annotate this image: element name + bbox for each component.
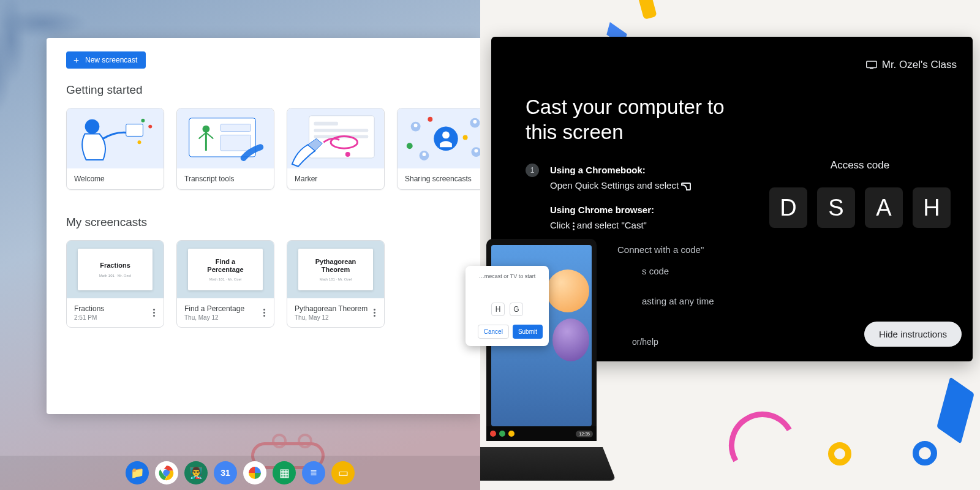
card-label: Sharing screencasts	[398, 168, 480, 189]
submit-button[interactable]: Submit	[513, 325, 543, 339]
dialog-hint-text: …mecast or TV to start	[472, 273, 543, 281]
thumb-slide-sub: Math 101 · Mr. Ozel	[99, 274, 131, 277]
code-char: D	[769, 187, 807, 228]
code-char: H	[913, 187, 951, 228]
screencast-item[interactable]: Find a Percentage Math 101 · Mr. Ozel Fi…	[176, 240, 274, 328]
step-truncated-text: asting at any time	[642, 296, 938, 306]
card-marker[interactable]: Marker	[287, 108, 385, 190]
photos-icon[interactable]	[243, 461, 266, 484]
wallpaper-shape	[272, 434, 287, 448]
svg-point-20	[473, 120, 477, 124]
shelf-app-icon[interactable]	[490, 431, 496, 437]
confetti-shape	[717, 399, 809, 490]
shelf-app-icon[interactable]	[508, 431, 514, 437]
card-label: Transcript tools	[177, 168, 274, 189]
screencast-date: 2:51 PM	[74, 314, 104, 321]
hide-instructions-button[interactable]: Hide instructions	[864, 322, 962, 347]
screencast-title: Pythagorean Theorem	[295, 304, 368, 313]
thumb-slide-sub: Math 101 · Mr. Ozel	[209, 277, 241, 281]
svg-rect-10	[314, 122, 337, 126]
balloon-decoration	[552, 318, 589, 361]
card-welcome[interactable]: Welcome	[66, 108, 164, 190]
slides-icon[interactable]: ▭	[331, 461, 355, 484]
svg-point-27	[463, 135, 468, 140]
screencast-date: Thu, May 12	[184, 314, 244, 321]
balloon-decoration	[546, 270, 589, 312]
new-screencast-button[interactable]: New screencast	[66, 51, 146, 69]
card-transcript-tools[interactable]: Transcript tools	[176, 108, 274, 190]
card-sharing[interactable]: Sharing screencasts	[397, 108, 480, 190]
illustration-marker	[287, 108, 384, 168]
more-menu-button[interactable]	[258, 307, 270, 319]
dialog-code-char[interactable]: H	[491, 303, 505, 316]
new-screencast-label: New screencast	[85, 56, 137, 64]
screencast-app-window: New screencast Getting started	[47, 38, 480, 414]
svg-rect-1	[126, 124, 143, 137]
screencast-item[interactable]: Fractions Math 101 · Mr. Ozel Fractions …	[66, 240, 164, 328]
cast-title: Cast your computer to this screen	[526, 94, 746, 145]
sheets-icon[interactable]: ▦	[273, 461, 296, 484]
laptop-keyboard	[480, 447, 616, 481]
screencast-title: Find a Percentage	[184, 304, 244, 313]
cast-icon	[681, 183, 691, 190]
svg-point-4	[138, 140, 141, 144]
display-icon	[866, 61, 877, 69]
screencast-thumb: Pythagorean Theorem Math 101 · Mr. Ozel	[287, 241, 384, 298]
screencast-item[interactable]: Pythagorean Theorem Math 101 · Mr. Ozel …	[287, 240, 385, 328]
svg-point-18	[414, 124, 418, 127]
laptop-shelf: 12:35	[486, 426, 597, 441]
calendar-icon[interactable]: 31	[214, 461, 237, 484]
svg-point-25	[407, 143, 413, 149]
step1-chromebook-heading: Using a Chromebook:	[550, 162, 691, 178]
screencast-list: Fractions Math 101 · Mr. Ozel Fractions …	[66, 240, 480, 328]
screencast-title: Fractions	[74, 304, 104, 313]
screencast-thumb: Fractions Math 101 · Mr. Ozel	[67, 241, 164, 298]
step1-chrome-heading: Using Chrome browser:	[550, 202, 691, 218]
thumb-slide-title: Pythagorean Theorem	[315, 258, 356, 274]
more-menu-button[interactable]	[148, 307, 160, 319]
classroom-icon[interactable]: 👨‍🏫	[184, 461, 208, 484]
access-code-label: Access code	[769, 159, 951, 172]
svg-point-3	[148, 125, 152, 129]
tv-device-name: Mr. Ozel's Class	[882, 59, 957, 71]
getting-started-row: Welcome Transcript	[66, 108, 480, 190]
step-truncated-text: s code	[642, 266, 938, 276]
step1-chrome-text: Click and select "Cast"	[550, 217, 691, 233]
confetti-shape	[913, 441, 937, 466]
thumb-slide-sub: Math 101 · Mr. Ozel	[320, 277, 352, 281]
step-truncated-text: Connect with a code"	[617, 242, 704, 258]
confetti-shape	[828, 442, 851, 466]
svg-point-22	[474, 149, 478, 153]
more-menu-button[interactable]	[368, 307, 380, 319]
confetti-shape	[638, 0, 657, 20]
illustration-sharing	[398, 108, 480, 168]
svg-point-24	[422, 153, 426, 156]
tv-device-badge: Mr. Ozel's Class	[866, 59, 957, 71]
card-label: Welcome	[67, 168, 164, 189]
screencast-app-desktop: New screencast Getting started	[0, 0, 480, 490]
code-char: A	[865, 187, 903, 228]
access-code-area: Access code D S A H	[769, 159, 951, 228]
screencast-thumb: Find a Percentage Math 101 · Mr. Ozel	[177, 241, 274, 298]
confetti-shape	[937, 377, 974, 444]
step-number: 1	[526, 164, 539, 177]
svg-point-2	[141, 119, 145, 123]
docs-icon[interactable]: ≡	[302, 461, 325, 484]
shelf-app-icon[interactable]	[499, 431, 505, 437]
wallpaper-shape	[298, 434, 312, 448]
chromeos-shelf[interactable]: 📁 👨‍🏫 31 ▦ ≡ ▭	[0, 456, 480, 490]
dialog-code-char[interactable]: G	[510, 303, 523, 316]
svg-point-26	[428, 117, 432, 122]
thumb-slide-title: Find a Percentage	[207, 258, 243, 274]
cast-code-dialog: …mecast or TV to start H G Cancel Submit	[466, 266, 549, 346]
svg-rect-30	[866, 61, 876, 68]
dialog-code-inputs: H G	[472, 303, 543, 316]
chrome-icon[interactable]	[155, 461, 178, 484]
laptop-clock[interactable]: 12:35	[576, 431, 593, 437]
files-icon[interactable]: 📁	[126, 461, 149, 484]
illustration-transcript	[177, 108, 274, 168]
cast-receiver-scene: Mr. Ozel's Class Cast your computer to t…	[480, 0, 980, 490]
cancel-button[interactable]: Cancel	[478, 325, 509, 339]
svg-point-8	[202, 126, 209, 133]
card-label: Marker	[287, 168, 384, 189]
